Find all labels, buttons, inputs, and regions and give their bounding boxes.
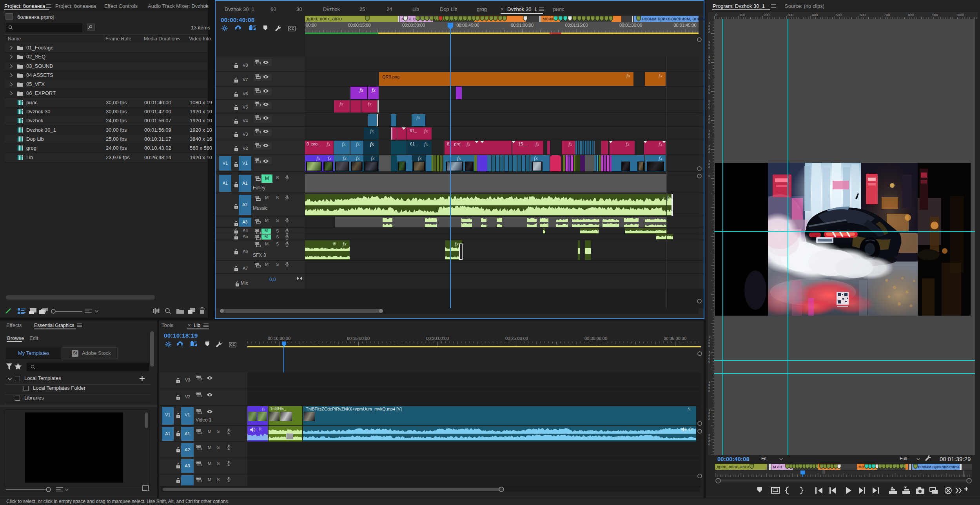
svg-text:1000: 1000 bbox=[956, 13, 964, 17]
svg-text:100: 100 bbox=[739, 13, 745, 17]
svg-text:500: 500 bbox=[836, 13, 842, 17]
svg-text:600: 600 bbox=[860, 13, 866, 17]
svg-text:0: 0 bbox=[715, 13, 717, 17]
svg-text:200: 200 bbox=[764, 13, 769, 17]
svg-text:800: 800 bbox=[908, 13, 914, 17]
svg-text:900: 900 bbox=[932, 13, 938, 17]
svg-text:700: 700 bbox=[884, 13, 890, 17]
svg-text:300: 300 bbox=[788, 13, 793, 17]
svg-text:400: 400 bbox=[812, 13, 818, 17]
